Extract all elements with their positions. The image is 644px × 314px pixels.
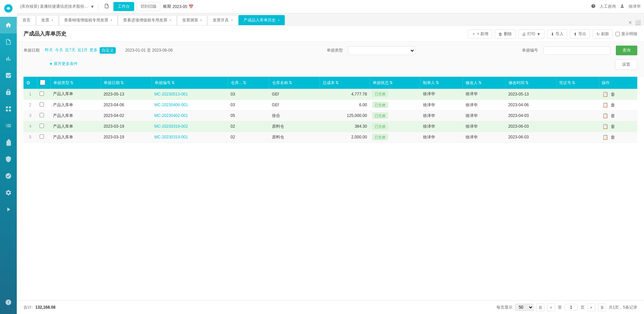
account-period-value: 2023-05 [172,4,187,9]
print-dropdown-icon: ▼ [537,32,541,37]
page-size-select[interactable]: 50 20 100 [515,304,534,311]
row-modify-time-3: 2023-04-03 [505,110,556,121]
current-page-input[interactable] [565,304,578,311]
switch-version-button[interactable]: 切到旧版 [137,2,160,11]
workbench-button[interactable]: 工作台 [113,2,134,11]
edit-button-1[interactable]: 📋 [602,91,609,98]
sidebar-item-inventory[interactable] [0,134,17,151]
tab-product-history[interactable]: 产成品入库单历史 × [238,15,285,25]
tab-home[interactable]: 首页 [17,15,36,25]
tab-product-history-close[interactable]: × [278,18,280,22]
sidebar-item-analytics[interactable] [0,67,17,84]
row-modifier-1: 徐泽华 [463,89,505,100]
calendar-icon[interactable]: 📅 [189,4,194,9]
row-modify-time-2: 2023-04-06 [505,100,556,110]
delete-row-button-5[interactable]: 🗑 [610,134,616,140]
expand-more-btn[interactable]: ▼ 展开更多条件 [49,61,78,67]
th-creator-sort[interactable]: 制单人 ⇅ [423,80,460,86]
show-detail-checkbox[interactable] [615,32,620,36]
tab-invoice-open-close[interactable]: × [231,18,233,22]
delete-row-button-1[interactable]: 🗑 [610,91,616,98]
sidebar-item-lock[interactable] [0,84,17,101]
edit-button-5[interactable]: 📋 [602,134,609,140]
tab-invoice-calc-close[interactable]: × [200,18,202,22]
import-button[interactable]: ⬇ 导入 [547,29,567,39]
edit-button-4[interactable]: 📋 [602,123,609,130]
sidebar-item-document[interactable] [0,34,17,50]
table-row: 5 产品入库单 2023-03-19 MC-20230319-001 02 原料… [23,132,637,142]
sidebar-item-grid[interactable] [0,101,17,117]
doc-btn[interactable] [103,3,111,10]
delete-row-button-2[interactable]: 🗑 [610,102,616,108]
shortcut-today[interactable]: 今天 [55,47,63,54]
shortcut-custom[interactable]: 自定义 [100,47,116,54]
row-number-3: MC-20230402-001 [152,110,228,121]
brand-name: (库存核算) 直播轻捷通信息技术股份... [20,4,88,9]
sidebar-item-list[interactable] [0,117,17,134]
next-page-button[interactable]: ＞ [587,303,595,311]
row-status-2: 已生效 [370,100,420,110]
th-type-sort[interactable]: 单据类型 ⇅ [53,80,98,86]
th-warehouse-name-sort[interactable]: 仓库名称 ⇅ [272,80,317,86]
delete-row-button-3[interactable]: 🗑 [610,112,616,119]
tab-maximize-icon[interactable]: ⬜ [635,20,641,25]
page-size-label: 每页显示 [496,305,513,310]
shortcut-7days[interactable]: 近7天 [65,47,75,54]
shortcut-1month[interactable]: 近1月 [77,47,88,54]
type-filter-select[interactable] [348,46,415,55]
th-status-sort[interactable]: 单据状态 ⇅ [373,80,418,86]
delete-row-button-4[interactable]: 🗑 [610,123,616,130]
delete-button[interactable]: 🗑 删除 [495,29,516,39]
last-page-button[interactable]: ⟩⟩ [598,303,606,311]
refresh-button[interactable]: ↻ 刷新 [593,29,613,39]
username: 徐泽华 [629,4,641,9]
sidebar-item-play[interactable] [0,201,17,218]
query-button[interactable]: 查询 [616,46,637,55]
th-warehouse-code-sort[interactable]: 仓库... ⇅ [231,80,266,86]
brand-dropdown-icon[interactable]: ▼ [90,4,94,9]
sort-icon-cost: ⇅ [335,80,339,85]
shortcut-yesterday[interactable]: 昨天 [45,47,53,54]
th-voucher-sort[interactable]: 凭证号 ⇅ [559,80,596,86]
new-button[interactable]: ＋ + 新增 [468,29,492,39]
th-modify-time-sort[interactable]: 修改时间 ⇅ [508,80,553,86]
prev-page-button[interactable]: ＜ [547,303,555,311]
tab-check-input-vat-close[interactable]: × [169,18,171,22]
set-button[interactable]: 设置 [615,59,637,70]
tab-invoice-close[interactable]: × [51,18,53,22]
tab-check-sales-vat[interactable]: 查看销项增值税专用发票 × [59,15,117,25]
page-header: 产成品入库单历史 ＋ + 新增 🗑 删除 🖨 打印 ▼ [17,25,644,42]
row-type-1: 产品入库单 [50,89,101,100]
row-voucher-4 [556,121,599,132]
edit-button-2[interactable]: 📋 [602,102,609,108]
tab-check-sales-vat-close[interactable]: × [110,18,112,22]
number-filter-input[interactable] [543,47,610,55]
th-number-sort[interactable]: 单据编号 ⇅ [155,80,225,86]
sidebar-item-stamp[interactable] [0,151,17,168]
tab-product-history-label: 产成品入库单历史 [244,17,276,23]
first-page-button[interactable]: ⟨⟨ [536,303,544,311]
tab-close-all-icon[interactable]: ✕ [628,20,632,25]
th-date-sort[interactable]: 单据日期 ⇅ [104,80,149,86]
column-settings-icon[interactable]: ⚙ [26,80,31,85]
sidebar-item-version[interactable] [0,294,17,311]
sidebar-item-home[interactable] [0,17,17,34]
tab-invoice-calc[interactable]: 发票测算 × [177,15,207,25]
shortcut-more[interactable]: 更多 [90,47,98,54]
sidebar-item-settings-small[interactable] [0,184,17,201]
print-button[interactable]: 🖨 打印 ▼ [518,29,544,39]
main-content: (库存核算) 直播轻捷通信息技术股份... ▼ 工作台 切到旧版 账期 2023… [17,0,644,314]
th-cost-sort[interactable]: 总成本 ⇅ [323,80,367,86]
export-button[interactable]: ⬆ 导出 [570,29,590,39]
th-creator: 制单人 ⇅ [420,77,463,89]
th-modifier-sort[interactable]: 修改人 ⇅ [466,80,502,86]
row-modifier-2: 徐泽华 [463,100,505,110]
row-warehouse-code-2: 03 [228,100,269,110]
tab-invoice[interactable]: 发票 × [36,15,58,25]
tab-check-input-vat[interactable]: 查看进项增值税专用发票 × [118,15,176,25]
sidebar-item-chart[interactable] [0,50,17,67]
sidebar-item-approve[interactable] [0,168,17,184]
select-all-checkbox[interactable] [40,80,45,85]
edit-button-3[interactable]: 📋 [602,112,609,119]
tab-invoice-open[interactable]: 发票开具 × [208,15,238,25]
